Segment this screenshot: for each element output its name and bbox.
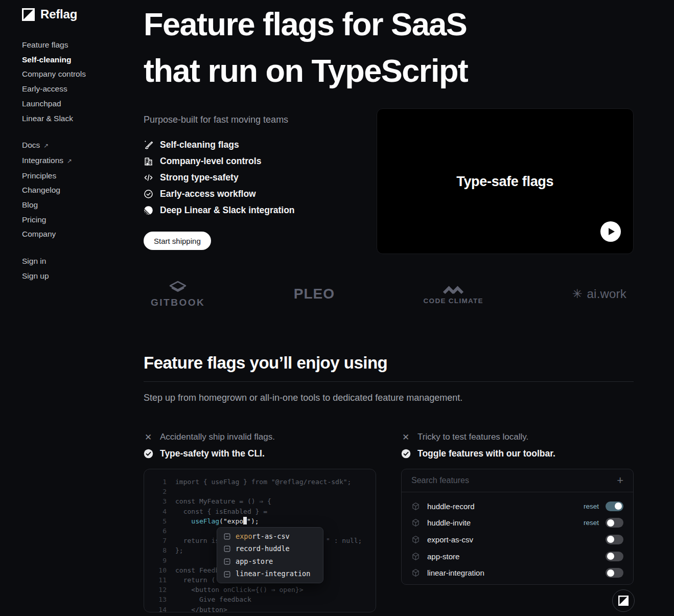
problem-text: Tricky to test features locally. — [417, 432, 528, 442]
toggle-linear-integration[interactable] — [606, 568, 623, 578]
toggle-knob — [607, 553, 614, 560]
toggle-huddle-invite[interactable] — [606, 518, 623, 528]
hero-left: Purpose-built for fast moving teams Self… — [144, 108, 377, 254]
toggle-knob — [607, 519, 614, 527]
code-line: Give feedback — [175, 596, 251, 603]
page-title-line1: Feature flags for SaaS — [144, 1, 634, 48]
code-icon — [144, 173, 153, 182]
search-input[interactable] — [411, 476, 617, 485]
code-line: const { isEnabled } = — [175, 508, 267, 515]
nav-divider-gap — [22, 126, 137, 138]
toggle-export-as-csv[interactable] — [606, 535, 623, 544]
feature-label: Self-cleaning flags — [160, 140, 239, 150]
main-content: Feature flags for SaaS that run on TypeS… — [144, 0, 634, 612]
brand-logo[interactable]: Reflag — [22, 7, 137, 21]
hero-row: Purpose-built for fast moving teams Self… — [144, 108, 634, 254]
feature-name: huddle-record — [427, 502, 475, 511]
feature-label: Early-access workflow — [160, 189, 256, 199]
sidebar-item-label: Integrations — [22, 156, 63, 165]
flag-field-icon — [224, 545, 230, 552]
sidebar-item-changelog[interactable]: Changelog — [22, 183, 137, 198]
code-line: import { useFlag } from "@reflag/react-s… — [175, 478, 351, 486]
solution-row: Type-safety with the CLI. — [144, 448, 376, 459]
check-circle-icon — [144, 189, 153, 199]
sidebar-item-linear-slack[interactable]: Linear & Slack — [22, 111, 137, 126]
toolbar-rows: huddle-record reset huddle-invite reset — [402, 492, 633, 581]
column-toolbar: ✕ Tricky to test features locally. Toggl… — [401, 431, 634, 612]
toggle-knob — [615, 503, 622, 510]
reset-link[interactable]: reset — [584, 503, 599, 510]
line-number: 7 — [153, 536, 167, 545]
play-icon — [609, 228, 615, 235]
reflag-widget-button[interactable] — [612, 589, 635, 612]
code-line: <button onClick={() ⇒ open}> — [175, 586, 303, 594]
asterisk-icon: ✳ — [572, 288, 582, 300]
code-line: </button> — [175, 606, 227, 612]
aiwork-logo: ✳ ai.work — [572, 287, 626, 301]
line-number: 2 — [153, 487, 167, 496]
sidebar-item-label: Docs — [22, 141, 40, 149]
page-title-line2: that run on TypeScript — [144, 48, 634, 94]
sidebar-item-integrations[interactable]: Integrations↗ — [22, 153, 137, 169]
sidebar-item-docs[interactable]: Docs↗ — [22, 138, 137, 153]
cube-icon — [411, 518, 420, 527]
flag-field-icon — [224, 571, 230, 578]
external-link-icon: ↗ — [67, 157, 72, 165]
check-filled-icon — [144, 449, 153, 459]
feature-row-linear-integration: linear-integration — [411, 564, 623, 581]
feature-label: Company-level controls — [160, 156, 261, 167]
reflag-logo-icon — [22, 8, 35, 21]
useFlag-token: useFlag — [191, 517, 219, 525]
hero-subtitle: Purpose-built for fast moving teams — [144, 115, 377, 125]
feature-toolbar-panel: + huddle-record reset huddle-invite — [401, 469, 634, 585]
autocomplete-item-linear-integration[interactable]: linear-integration — [217, 568, 323, 581]
sidebar-item-blog[interactable]: Blog — [22, 198, 137, 213]
autocomplete-item-app-store[interactable]: app-store — [217, 555, 323, 568]
line-number: 6 — [153, 526, 167, 536]
gitbook-logo: GITBOOK — [151, 280, 205, 308]
external-link-icon: ↗ — [43, 142, 49, 149]
autocomplete-label: export-as-csv — [236, 532, 290, 541]
flag-field-icon — [224, 558, 230, 565]
x-icon: ✕ — [144, 432, 153, 443]
brand-name: Reflag — [40, 7, 77, 21]
demo-video[interactable]: Type-safe flags — [377, 108, 634, 254]
sidebar-item-early-access[interactable]: Early-access — [22, 82, 137, 97]
sidebar-item-feature-flags[interactable]: Feature flags — [22, 38, 137, 53]
sidebar-item-company-controls[interactable]: Company controls — [22, 67, 137, 82]
autocomplete-item-record-huddle[interactable]: record-huddle — [217, 543, 323, 556]
feature-row-huddle-invite: huddle-invite reset — [411, 515, 623, 532]
sidebar-item-principles[interactable]: Principles — [22, 169, 137, 184]
sidebar-item-sign-in[interactable]: Sign in — [22, 254, 137, 269]
toggle-app-store[interactable] — [606, 552, 623, 561]
line-number: 14 — [153, 605, 167, 612]
code-line-tail: " : null; — [326, 536, 362, 545]
start-shipping-button[interactable]: Start shipping — [144, 232, 211, 250]
sidebar-item-company[interactable]: Company — [22, 227, 137, 242]
aiwork-wordmark: ai.work — [587, 287, 626, 301]
sidebar-item-launchpad[interactable]: Launchpad — [22, 97, 137, 111]
feature-row-huddle-record: huddle-record reset — [411, 498, 623, 515]
sidebar-item-self-cleaning[interactable]: Self-cleaning — [22, 53, 137, 67]
sidebar-item-sign-up[interactable]: Sign up — [22, 269, 137, 284]
section-heading: Feature flags you’ll enjoy using — [144, 353, 634, 373]
autocomplete-item-export-as-csv[interactable]: export-as-csv — [217, 530, 323, 543]
line-number: 12 — [153, 585, 167, 595]
toggle-huddle-record[interactable] — [606, 501, 623, 511]
reset-link[interactable]: reset — [584, 519, 599, 527]
problem-text: Accidentally ship invalid flags. — [160, 432, 275, 442]
play-button[interactable] — [600, 221, 621, 242]
feature-name: huddle-invite — [427, 518, 471, 527]
add-feature-button[interactable]: + — [617, 475, 623, 486]
customer-logos: GITBOOK PLEO CODE CLIMATE ✳ ai.work — [144, 278, 634, 310]
code-editor: 1import { useFlag } from "@reflag/react-… — [144, 469, 376, 612]
page-title: Feature flags for SaaS that run on TypeS… — [144, 1, 634, 94]
line-number: 9 — [153, 556, 167, 565]
nav-divider-gap — [22, 242, 137, 254]
toggle-knob — [607, 536, 614, 543]
line-number: 10 — [153, 565, 167, 575]
feature-label: Strong type-safety — [160, 172, 239, 183]
sidebar-item-pricing[interactable]: Pricing — [22, 213, 137, 227]
code-line: }; — [175, 546, 183, 554]
autocomplete-label: record-huddle — [236, 544, 290, 554]
